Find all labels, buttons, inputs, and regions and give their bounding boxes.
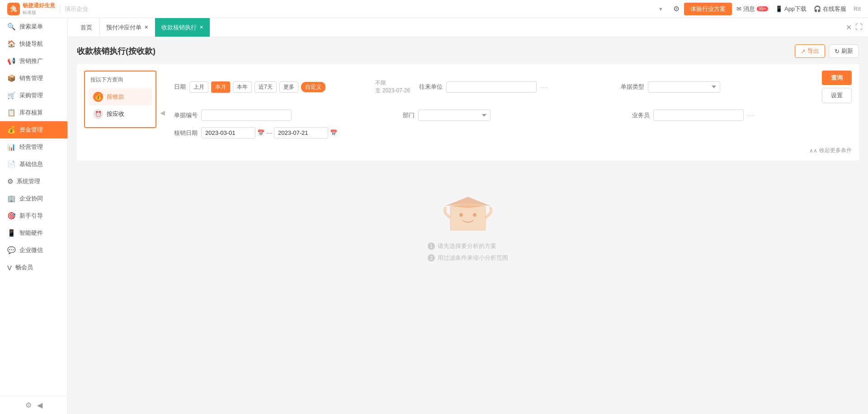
counterpart-dotdot[interactable]: ···: [540, 84, 548, 90]
doc-type-select[interactable]: [648, 81, 720, 93]
verify-date-range: 📅 — 📅: [201, 127, 337, 138]
sidebar-bottom: ⚙ ◀: [0, 396, 67, 414]
doc-no-field: 单据编号: [174, 109, 394, 121]
online-service-btn[interactable]: 🎧 在线客服: [814, 5, 846, 13]
receivable-icon: ⏰: [93, 109, 103, 119]
date-btn-group: 上月 本月 本年 近7天 更多 自定义: [189, 81, 326, 93]
message-btn[interactable]: ✉ 消息 99+: [736, 5, 768, 13]
headset-icon: 🎧: [814, 5, 821, 12]
filter-row-1: 日期 上月 本月 本年 近7天 更多 自定义 不限: [174, 71, 852, 103]
refresh-btn[interactable]: ↻ 刷新: [829, 44, 859, 58]
topbar-divider: [60, 5, 60, 14]
filter-right: 日期 上月 本月 本年 近7天 更多 自定义 不限: [174, 71, 852, 154]
date-btn-last-month[interactable]: 上月: [189, 81, 208, 93]
chevron-up-icon: ∧∧: [809, 148, 817, 154]
tab-close-all-btn[interactable]: ✕: [846, 23, 852, 32]
action-buttons: 查询 设置: [822, 71, 852, 103]
sidebar-item-marketing[interactable]: 📢 营销推广: [0, 52, 67, 70]
sidebar-settings-btn[interactable]: ⚙: [25, 401, 32, 409]
company-chevron[interactable]: ▼: [658, 6, 663, 12]
counterpart-input[interactable]: [446, 81, 537, 93]
date-btn-this-month[interactable]: 本月: [211, 81, 230, 93]
dept-label: 部门: [403, 111, 415, 119]
doc-type-label: 单据类型: [621, 83, 644, 91]
date-field: 日期 上月 本月 本年 近7天 更多 自定义: [174, 81, 366, 93]
logo-icon: 兔: [7, 3, 20, 15]
salesperson-field: 业务员 ···: [632, 109, 852, 121]
salesperson-label: 业务员: [632, 111, 650, 119]
message-icon: ✉: [736, 5, 741, 12]
date-btn-this-year[interactable]: 本年: [233, 81, 252, 93]
export-icon: ↗: [801, 48, 806, 55]
message-badge: 99+: [757, 6, 768, 11]
salesperson-input[interactable]: [653, 109, 744, 121]
tab-receipt-close[interactable]: ✕: [199, 24, 203, 30]
counterpart-field: 往来单位 ···: [419, 81, 611, 93]
verify-date-field: 核销日期 📅 — 📅: [174, 127, 852, 138]
filter-option-by-receivable[interactable]: ⏰ 按应收: [89, 105, 152, 123]
tab-home[interactable]: 首页: [73, 18, 100, 37]
query-btn[interactable]: 查询: [822, 71, 852, 85]
sidebar-item-finance[interactable]: 💰 资金管理: [0, 121, 67, 138]
inventory-icon: 📋: [7, 109, 16, 117]
page-actions: ↗ 导出 ↻ 刷新: [795, 44, 859, 58]
empty-icon: [441, 188, 495, 233]
sidebar-item-member[interactable]: V 畅会员: [0, 259, 67, 276]
member-icon: V: [7, 264, 12, 271]
system-icon: ⚙: [7, 177, 13, 186]
sidebar-collapse-btn[interactable]: ◀: [37, 401, 42, 409]
app-download-btn[interactable]: 📱 App下载: [775, 5, 807, 13]
tab-receipt[interactable]: 收款核销执行 ✕: [155, 18, 210, 37]
topbar: 兔 畅捷通好生意 标准版 演示企业 ▼ ⚙ 体验行业方案 ✉ 消息 99+ 📱 …: [0, 0, 868, 18]
sidebar-item-purchase[interactable]: 🛒 采购管理: [0, 87, 67, 104]
content-area: 首页 预付冲应付单 ✕ 收款核销执行 ✕ ✕ ⛶ 收款核销执行(按收款): [68, 18, 868, 414]
tab-bar: 首页 预付冲应付单 ✕ 收款核销执行 ✕ ✕ ⛶: [68, 18, 868, 37]
filter-collapse-btn[interactable]: ◀: [156, 71, 169, 154]
cal-end-icon[interactable]: 📅: [330, 129, 337, 136]
dept-select[interactable]: [418, 109, 491, 121]
export-btn[interactable]: ↗ 导出: [795, 44, 825, 58]
home-icon: 🏠: [7, 40, 16, 48]
svg-rect-0: [450, 206, 486, 231]
tab-prepay[interactable]: 预付冲应付单 ✕: [100, 18, 155, 37]
purchase-icon: 🛒: [7, 91, 16, 100]
sidebar-item-quick-nav[interactable]: 🏠 快捷导航: [0, 35, 67, 52]
collapse-more-btn[interactable]: ∧∧ 收起更多条件: [174, 145, 852, 154]
refresh-icon: ↻: [835, 48, 840, 55]
tip-num-1: 1: [428, 243, 435, 250]
industry-btn[interactable]: 体验行业方案: [684, 3, 732, 15]
sidebar-item-inventory[interactable]: 📋 库存核算: [0, 104, 67, 121]
doc-no-input[interactable]: [201, 109, 292, 121]
filter-option-by-receipt[interactable]: 💰 按收款: [89, 88, 152, 105]
tab-prepay-close[interactable]: ✕: [144, 24, 148, 30]
filter-left: 按以下方查询 💰 按收款 ⏰ 按应收: [84, 71, 156, 128]
sidebar-item-guide[interactable]: 🎯 新手引导: [0, 207, 67, 224]
sidebar-item-search-menu[interactable]: 🔍 搜索菜单: [0, 18, 67, 35]
verify-start-input[interactable]: [201, 127, 255, 138]
app-logo: 兔 畅捷通好生意 标准版: [7, 2, 55, 16]
cal-start-icon[interactable]: 📅: [257, 129, 264, 136]
salesperson-dotdot[interactable]: ···: [747, 112, 755, 119]
gear-icon[interactable]: ⚙: [673, 5, 679, 13]
sidebar-item-hardware[interactable]: 📱 智能硬件: [0, 224, 67, 242]
sidebar-item-sales[interactable]: 📦 销售管理: [0, 70, 67, 87]
sidebar-item-enterprise[interactable]: 🏢 企业协同: [0, 190, 67, 207]
setting-btn[interactable]: 设置: [822, 88, 852, 103]
verify-end-input[interactable]: [274, 127, 328, 138]
basic-icon: 📄: [7, 160, 16, 168]
user-name[interactable]: Rit: [854, 5, 861, 12]
tip-text-2: 用过滤条件来缩小分析范围: [438, 252, 508, 264]
date-btn-7days[interactable]: 近7天: [255, 81, 277, 93]
sidebar: 🔍 搜索菜单 🏠 快捷导航 📢 营销推广 📦 销售管理 🛒 采购管理 📋 库存核…: [0, 18, 68, 414]
tab-expand-btn[interactable]: ⛶: [855, 23, 863, 32]
sidebar-item-operation[interactable]: 📊 经营管理: [0, 138, 67, 156]
date-btn-more[interactable]: 更多: [279, 81, 298, 93]
tip-text-1: 请先选择要分析的方案: [438, 240, 496, 252]
date-label: 日期: [174, 83, 186, 91]
sidebar-item-wechat[interactable]: 💬 企业微信: [0, 242, 67, 259]
date-btn-custom[interactable]: 自定义: [301, 82, 326, 92]
date-dash: —: [266, 129, 272, 136]
sidebar-item-system[interactable]: ⚙ 系统管理: [0, 173, 67, 190]
sidebar-item-basic[interactable]: 📄 基础信息: [0, 156, 67, 173]
collapse-left-icon: ◀: [160, 109, 165, 116]
